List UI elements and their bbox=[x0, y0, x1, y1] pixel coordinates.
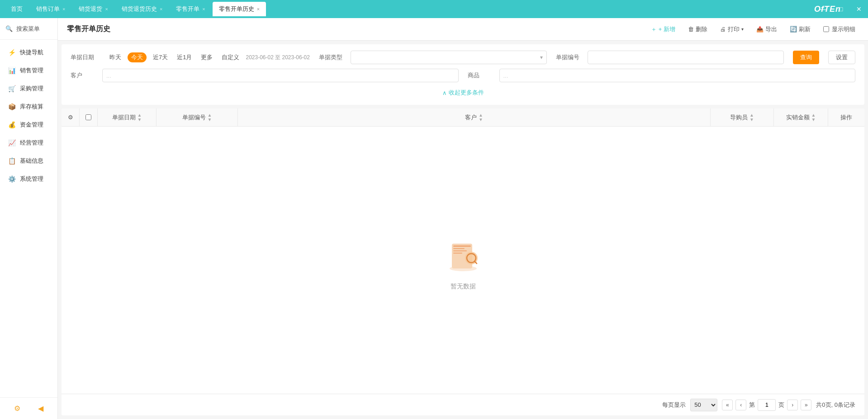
sidebar-label-sales-mgmt: 销售管理 bbox=[20, 66, 43, 75]
sort-date-icon[interactable]: ▲▼ bbox=[138, 113, 142, 122]
empty-text: 暂无数据 bbox=[451, 282, 476, 291]
display-detail-button[interactable]: 显示明细 bbox=[820, 24, 859, 35]
last-page-button[interactable]: » bbox=[801, 400, 811, 410]
date-options: 昨天 今天 近7天 近1月 更多 自定义 2023-06-02 至 2023-0… bbox=[107, 52, 310, 62]
type-select-arrow: ▾ bbox=[540, 54, 543, 61]
sidebar-item-finance[interactable]: 💰资金管理 bbox=[0, 116, 57, 134]
th-settings[interactable]: ⚙ bbox=[62, 108, 80, 126]
date-label: 单据日期 bbox=[71, 53, 98, 61]
sort-guide-icon[interactable]: ▲▼ bbox=[749, 113, 754, 122]
query-button[interactable]: 查询 bbox=[793, 51, 819, 64]
sidebar-item-base-info[interactable]: 📋基础信息 bbox=[0, 152, 57, 170]
orderno-input[interactable] bbox=[588, 51, 784, 64]
th-guide: 导购员 ▲▼ bbox=[711, 108, 774, 126]
goods-label: 商品 bbox=[468, 71, 495, 80]
table-body: 暂无数据 bbox=[62, 127, 864, 394]
tab-close-sales-order[interactable]: × bbox=[62, 6, 65, 12]
sort-amount-icon[interactable]: ▲▼ bbox=[811, 113, 816, 122]
add-icon: ＋ bbox=[651, 25, 657, 33]
page-input[interactable] bbox=[758, 399, 776, 411]
sidebar-search[interactable]: 🔍 搜索菜单 bbox=[0, 18, 57, 40]
icon-sales-mgmt: 📊 bbox=[7, 66, 16, 75]
goods-input[interactable] bbox=[499, 69, 856, 82]
collapse-icon: ∧ bbox=[442, 89, 447, 96]
search-icon: 🔍 bbox=[5, 25, 13, 32]
page-nav: « ‹ 第 页 › » bbox=[722, 399, 811, 411]
filter-orderno-section: 单据编号 bbox=[556, 51, 784, 64]
filter-type-section: 单据类型 ▾ bbox=[319, 51, 547, 64]
refresh-button[interactable]: 🔄 刷新 bbox=[786, 24, 814, 35]
date-opt-custom[interactable]: 自定义 bbox=[219, 52, 242, 62]
filter-customer-section: 客户 bbox=[71, 69, 459, 82]
tab-close-sales-return-history[interactable]: × bbox=[160, 6, 162, 12]
first-page-button[interactable]: « bbox=[722, 400, 733, 410]
th-order-no: 单据编号 ▲▼ bbox=[157, 108, 238, 126]
tab-home[interactable]: 首页 bbox=[5, 2, 29, 16]
date-opt-last1m[interactable]: 近1月 bbox=[174, 52, 194, 62]
content-header: 零售开单历史 ＋ + 新增 🗑 删除 🖨 打印 ▾ 📤 导出 bbox=[58, 18, 868, 41]
sidebar-label-inventory: 库存核算 bbox=[20, 103, 43, 111]
add-button[interactable]: ＋ + 新增 bbox=[647, 24, 679, 35]
top-bar: 首页销售订单 ×销货退货 ×销货退货历史 ×零售开单 ×零售开单历史 × OfT… bbox=[0, 0, 868, 18]
export-button[interactable]: 📤 导出 bbox=[753, 24, 781, 35]
sidebar-collapse-icon[interactable]: ◀ bbox=[38, 404, 43, 413]
svg-rect-4 bbox=[453, 250, 467, 251]
settings-icon: ⚙ bbox=[68, 114, 73, 121]
empty-state: 暂无数据 bbox=[441, 230, 486, 291]
sidebar-label-system: 系统管理 bbox=[20, 175, 43, 183]
sidebar-label-operations: 经营管理 bbox=[20, 139, 43, 147]
tab-close-retail-open-history[interactable]: × bbox=[257, 6, 260, 12]
delete-button[interactable]: 🗑 删除 bbox=[684, 24, 711, 35]
date-opt-more[interactable]: 更多 bbox=[198, 52, 215, 62]
icon-inventory: 📦 bbox=[7, 102, 16, 111]
tab-retail-open[interactable]: 零售开单 × bbox=[170, 2, 211, 16]
toolbar: ＋ + 新增 🗑 删除 🖨 打印 ▾ 📤 导出 🔄 bbox=[647, 24, 859, 35]
prev-page-button[interactable]: ‹ bbox=[735, 400, 746, 410]
sidebar-item-sales-mgmt[interactable]: 📊销售管理 bbox=[0, 61, 57, 80]
filter-row-1: 单据日期 昨天 今天 近7天 近1月 更多 自定义 2023-06-02 至 2… bbox=[71, 51, 855, 64]
page-title: 零售开单历史 bbox=[67, 24, 647, 34]
sidebar-bottom: ⚙ ◀ bbox=[0, 397, 57, 419]
filter-area: 单据日期 昨天 今天 近7天 近1月 更多 自定义 2023-06-02 至 2… bbox=[62, 44, 864, 105]
date-opt-yesterday[interactable]: 昨天 bbox=[107, 52, 124, 62]
tab-close-sales-return[interactable]: × bbox=[105, 6, 108, 12]
tab-sales-return[interactable]: 销货退货 × bbox=[72, 2, 114, 16]
next-page-button[interactable]: › bbox=[787, 400, 798, 410]
sidebar-settings-icon[interactable]: ⚙ bbox=[14, 404, 20, 413]
tab-bar: 首页销售订单 ×销货退货 ×销货退货历史 ×零售开单 ×零售开单历史 × bbox=[5, 2, 863, 16]
table-header: ⚙ 单据日期 ▲▼ 单据编号 ▲▼ 客户 ▲▼ 导购员 bbox=[62, 108, 864, 127]
date-opt-last7[interactable]: 近7天 bbox=[150, 52, 171, 62]
pagination: 每页显示 50 10 20 100 « ‹ 第 页 › » 共0页, 0条记录 bbox=[62, 394, 864, 415]
print-icon: 🖨 bbox=[720, 26, 726, 33]
window-controls: — □ ✕ bbox=[814, 0, 868, 18]
select-all-checkbox[interactable] bbox=[85, 114, 91, 120]
th-amount: 实销金额 ▲▼ bbox=[774, 108, 828, 126]
display-detail-checkbox[interactable] bbox=[823, 26, 829, 32]
tab-close-retail-open[interactable]: × bbox=[202, 6, 205, 12]
sidebar-item-purchase-mgmt[interactable]: 🛒采购管理 bbox=[0, 80, 57, 98]
icon-quick-nav: ⚡ bbox=[7, 48, 16, 57]
pagination-summary: 共0页, 0条记录 bbox=[816, 401, 855, 409]
sidebar-item-system[interactable]: ⚙️系统管理 bbox=[0, 170, 57, 188]
sort-orderno-icon[interactable]: ▲▼ bbox=[208, 113, 212, 122]
per-page-select[interactable]: 50 10 20 100 bbox=[690, 399, 717, 411]
tab-sales-order[interactable]: 销售订单 × bbox=[30, 2, 71, 16]
date-opt-today[interactable]: 今天 bbox=[128, 52, 147, 62]
sidebar-label-finance: 资金管理 bbox=[20, 121, 43, 129]
sidebar-item-quick-nav[interactable]: ⚡快捷导航 bbox=[0, 43, 57, 61]
settings-button[interactable]: 设置 bbox=[828, 51, 855, 64]
maximize-button[interactable]: □ bbox=[832, 0, 850, 18]
sort-customer-icon[interactable]: ▲▼ bbox=[479, 113, 483, 122]
collapse-more[interactable]: ∧ 收起更多条件 bbox=[71, 87, 855, 99]
th-checkbox[interactable] bbox=[80, 108, 98, 126]
minimize-button[interactable]: — bbox=[814, 0, 832, 18]
sidebar-item-operations[interactable]: 📈经营管理 bbox=[0, 134, 57, 152]
tab-sales-return-history[interactable]: 销货退货历史 × bbox=[115, 2, 169, 16]
table-area: ⚙ 单据日期 ▲▼ 单据编号 ▲▼ 客户 ▲▼ 导购员 bbox=[62, 108, 864, 415]
print-button[interactable]: 🖨 打印 ▾ bbox=[716, 24, 747, 35]
close-button[interactable]: ✕ bbox=[850, 0, 868, 18]
tab-retail-open-history[interactable]: 零售开单历史 × bbox=[213, 2, 266, 16]
sidebar-item-inventory[interactable]: 📦库存核算 bbox=[0, 98, 57, 116]
customer-input[interactable] bbox=[102, 69, 459, 82]
type-select[interactable]: ▾ bbox=[351, 51, 547, 64]
